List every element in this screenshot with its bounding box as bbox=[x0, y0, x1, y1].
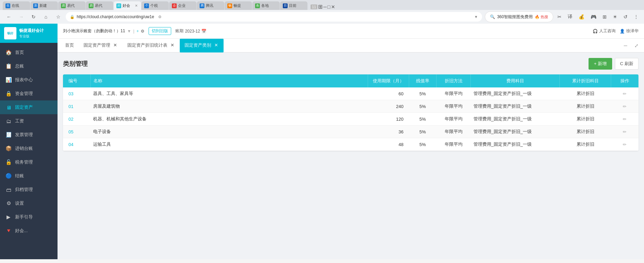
address-bar[interactable]: 🔒 https://cloud.chanjet.com/accounting/u… bbox=[66, 12, 482, 22]
sidebar-label-home: 首页 bbox=[15, 49, 24, 56]
minimize-btn[interactable]: ─ bbox=[323, 4, 327, 10]
cell-code: 03 bbox=[63, 87, 90, 100]
content-tab-category-close[interactable]: ✕ bbox=[213, 43, 219, 48]
cell-residual: 5% bbox=[409, 87, 437, 100]
refresh-btn[interactable]: C 刷新 bbox=[615, 58, 639, 70]
dropdown-arrow-icon[interactable]: ▼ bbox=[127, 29, 131, 34]
settings-gear-icon[interactable]: ⚙ bbox=[141, 29, 144, 34]
browser-tab-haohui[interactable]: 好 好会 ✕ bbox=[114, 1, 141, 10]
edit-btn[interactable]: ✏ bbox=[623, 142, 627, 147]
edit-btn[interactable]: ✏ bbox=[623, 91, 627, 96]
user-info: 刘小艳演示账套（勿删勿动！）11 ▼ | + ⚙ bbox=[63, 28, 144, 34]
cell-residual: 5% bbox=[409, 138, 437, 151]
content-tab-fixed-mgmt[interactable]: 固定资产管理 ✕ bbox=[79, 39, 123, 52]
edit-btn[interactable]: ✏ bbox=[623, 104, 627, 109]
undo-icon[interactable]: ↺ bbox=[622, 14, 629, 20]
browser-tab-zaixin[interactable]: 在 在线 bbox=[3, 1, 30, 10]
sidebar-item-reports[interactable]: 📊 报表中心 bbox=[0, 73, 58, 87]
close-browser-btn[interactable]: ✕ bbox=[331, 4, 335, 10]
sidebar-item-home[interactable]: 🏠 首页 bbox=[0, 46, 58, 59]
cell-residual: 5% bbox=[409, 113, 437, 125]
calendar-icon[interactable]: 📅 bbox=[201, 29, 206, 34]
sidebar-item-guide[interactable]: ▶ 新手引导 bbox=[0, 210, 58, 224]
browser-tab-new[interactable]: 新 新建 bbox=[30, 1, 58, 10]
browser-tab-yidai1[interactable]: 易 易代 bbox=[58, 1, 86, 10]
logo-text-block: 畅捷通好会计 专业版 bbox=[19, 28, 44, 39]
translate-icon[interactable]: 译 bbox=[566, 14, 574, 20]
bookmark-star-icon[interactable]: ▼ bbox=[474, 15, 478, 19]
browser-tab-gesui[interactable]: 个 个税 bbox=[141, 1, 169, 10]
cell-name: 运输工具 bbox=[90, 138, 368, 151]
browser-tab-yidai2[interactable]: 易 易代 bbox=[86, 1, 113, 10]
content-tab-category[interactable]: 固定资产类别 ✕ bbox=[180, 39, 224, 52]
content-tab-home[interactable]: 首页 bbox=[60, 39, 79, 52]
sidebar-label-invoice: 发票管理 bbox=[15, 132, 33, 138]
sidebar-item-stock[interactable]: 📦 进销台账 bbox=[0, 142, 58, 155]
cell-accum: 累计折旧 bbox=[560, 87, 611, 100]
sidebar-item-general-ledger[interactable]: 📋 总账 bbox=[0, 59, 58, 73]
home-icon: 🏠 bbox=[5, 49, 12, 56]
edit-btn[interactable]: ✏ bbox=[623, 129, 627, 134]
cut-icon[interactable]: ✂ bbox=[556, 14, 563, 20]
user-profile-btn[interactable]: 👤 徐泽华 bbox=[620, 28, 639, 34]
content-tab-fixed-mgmt-close[interactable]: ✕ bbox=[112, 43, 118, 48]
content-tabs: 首页 固定资产管理 ✕ 固定资产折旧统计表 ✕ 固定资产类别 ✕ ─ ⤢ bbox=[58, 39, 644, 52]
th-accum: 累计折旧科目 bbox=[560, 74, 611, 87]
search-bar[interactable]: 🔍 360智能抠图免费用 🔥 热搜 bbox=[485, 11, 553, 22]
th-expense: 费用科目 bbox=[471, 74, 560, 87]
browser-tab-muqian[interactable]: 目 目前 bbox=[280, 1, 307, 10]
content-tab-depreciation-label: 固定资产折旧统计表 bbox=[127, 42, 167, 48]
cell-residual: 5% bbox=[409, 125, 437, 138]
minimize-panel-btn[interactable]: ─ bbox=[621, 41, 630, 50]
bookmark-btn[interactable]: ☆ bbox=[53, 12, 63, 22]
consult-btn[interactable]: 🎧 人工咨询 bbox=[593, 28, 616, 34]
wallet-icon[interactable]: 💰 bbox=[577, 14, 586, 20]
add-account-btn[interactable]: + bbox=[136, 29, 139, 34]
header-separator: | bbox=[133, 29, 134, 34]
edit-btn[interactable]: ✏ bbox=[623, 117, 627, 122]
browser-tab-changtui[interactable]: 畅 畅提 bbox=[225, 1, 252, 10]
category-table: 编号 名称 使用期限（月） 残值率 折旧方法 费用科目 累计折旧科目 操作 03… bbox=[63, 74, 639, 151]
game-icon[interactable]: 🎮 bbox=[589, 14, 598, 20]
sidebar-item-tax[interactable]: 🔓 税务管理 bbox=[0, 155, 58, 169]
sidebar-item-settings[interactable]: ⚙ 设置 bbox=[0, 196, 58, 210]
reload-btn[interactable]: ↻ bbox=[29, 12, 38, 22]
switch-version-btn[interactable]: 切到旧版 bbox=[149, 27, 171, 35]
hot-label: 🔥 热搜 bbox=[535, 14, 548, 20]
sidebar-item-fixed-assets[interactable]: 🖥 固定资产 bbox=[0, 100, 58, 114]
maximize-btn[interactable]: □ bbox=[327, 4, 330, 10]
more-nav-icon: 🔻 bbox=[5, 228, 12, 234]
sidebar-item-invoice[interactable]: 🧾 发票管理 bbox=[0, 128, 58, 142]
browser-tab-tencent[interactable]: 腾 腾讯 bbox=[197, 1, 224, 10]
sidebar-item-settlement[interactable]: 🔵 结账 bbox=[0, 169, 58, 183]
expand-panel-btn[interactable]: ⤢ bbox=[632, 41, 641, 50]
grid-icon[interactable]: ⊞ bbox=[601, 14, 608, 20]
content-tab-depreciation-close[interactable]: ✕ bbox=[169, 43, 175, 48]
browser-tab-enterprise[interactable]: 企 企业 bbox=[169, 1, 197, 10]
sidebar-item-fund[interactable]: 🔒 资金管理 bbox=[0, 87, 58, 100]
sidebar-item-payroll[interactable]: 🗂 工资 bbox=[0, 114, 58, 128]
sidebar-label-guide: 新手引导 bbox=[15, 214, 33, 220]
tab-menu-btn[interactable]: ⊞ bbox=[318, 3, 323, 10]
forward-btn[interactable]: → bbox=[16, 12, 26, 22]
more-icon[interactable]: ⋮ bbox=[632, 14, 640, 20]
nav-bar: ← → ↻ ⌂ ☆ 🔒 https://cloud.chanjet.com/ac… bbox=[0, 10, 644, 24]
cell-name: 机器、机械和其他生产设备 bbox=[90, 113, 368, 125]
browser-tab-haohui-close[interactable]: ✕ bbox=[135, 4, 138, 8]
guide-icon: ▶ bbox=[5, 214, 12, 220]
back-btn[interactable]: ← bbox=[4, 12, 14, 22]
brightness-icon[interactable]: ☀ bbox=[611, 14, 619, 20]
sidebar-item-archive[interactable]: 🗃 归档管理 bbox=[0, 183, 58, 196]
browser-tab-gedi[interactable]: 各 各地 bbox=[252, 1, 280, 10]
site-info-icon[interactable]: ⚙ bbox=[158, 15, 162, 19]
sidebar-item-more[interactable]: 🔻 好会... bbox=[0, 224, 58, 238]
content-tab-home-label: 首页 bbox=[65, 42, 74, 48]
secure-icon: 🔒 bbox=[70, 15, 75, 19]
content-tab-depreciation[interactable]: 固定资产折旧统计表 ✕ bbox=[123, 39, 180, 52]
user-name-label: 徐泽华 bbox=[626, 28, 639, 34]
add-category-btn[interactable]: + 新增 bbox=[589, 58, 612, 70]
cell-accum: 累计折旧 bbox=[560, 125, 611, 138]
consult-label: 人工咨询 bbox=[599, 28, 616, 34]
home-nav-btn[interactable]: ⌂ bbox=[41, 12, 51, 22]
period-value: 2023-12 bbox=[185, 29, 200, 34]
